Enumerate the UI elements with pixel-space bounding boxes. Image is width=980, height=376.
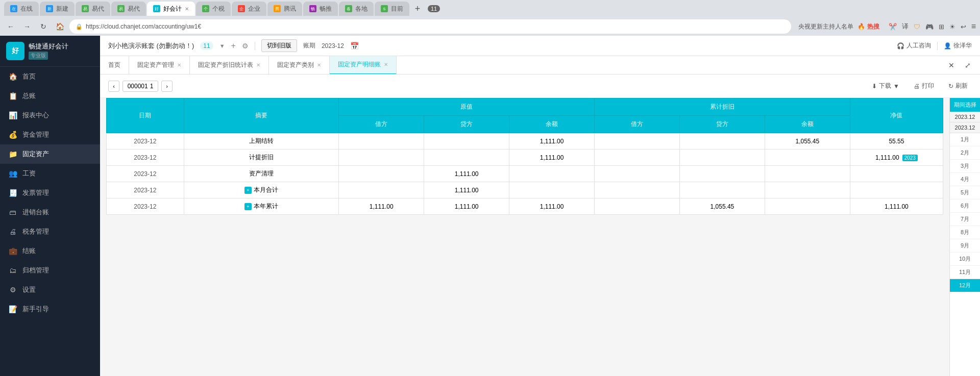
page-tab-close-fixed-cat[interactable]: ✕: [317, 62, 321, 68]
cell-summary[interactable]: 上期结转: [184, 133, 339, 149]
tab-label: 在线: [20, 5, 33, 13]
shield-icon[interactable]: 🛡: [914, 23, 920, 31]
period-month-10月[interactable]: 10月: [950, 253, 980, 266]
home-button[interactable]: 🏠: [53, 20, 66, 33]
page-tab-close-fixed-dep-stat[interactable]: ✕: [256, 62, 260, 68]
download-button[interactable]: ⬇ 下载 ▼: [868, 80, 903, 92]
page-tab-close-fixed-detail[interactable]: ✕: [384, 62, 388, 67]
sidebar-item-archive[interactable]: 🗂 归档管理: [0, 261, 100, 280]
undo-icon[interactable]: ↩: [961, 23, 966, 31]
page-tab-home[interactable]: 首页: [100, 56, 129, 74]
sidebar-label-general-ledger: 总账: [22, 91, 36, 101]
reload-button[interactable]: ↻: [37, 20, 50, 33]
browser-tab-t6[interactable]: 个 个税: [196, 2, 231, 16]
cell-summary[interactable]: +本月合计: [184, 182, 339, 198]
period-month-6月[interactable]: 6月: [950, 199, 980, 213]
back-button[interactable]: ←: [4, 20, 17, 33]
grid-icon[interactable]: ⊞: [939, 23, 944, 31]
translate-icon[interactable]: 译: [902, 22, 909, 31]
page-tab-label-fixed-cat: 固定资产类别: [277, 61, 314, 69]
sidebar-item-invoice[interactable]: 🧾 发票管理: [0, 183, 100, 203]
page-tab-label-fixed-dep-stat: 固定资产折旧统计表: [198, 61, 253, 69]
cell-net-value: 1,111.00: [850, 198, 943, 215]
browser-tab-t10[interactable]: 各 各地: [339, 2, 374, 16]
sidebar-item-reports[interactable]: 📊 报表中心: [0, 106, 100, 125]
page-tab-fixed-cat[interactable]: 固定资产类别 ✕: [269, 56, 330, 74]
ledger-table-wrap: 日期 摘要 原值 累计折旧 净值 借方 贷方 余额 借方: [100, 98, 949, 376]
tab-favicon: 新: [46, 5, 53, 12]
page-tab-fixed-dep-stat[interactable]: 固定资产折旧统计表 ✕: [190, 56, 269, 74]
period-month-9月[interactable]: 9月: [950, 239, 980, 253]
new-tab-button[interactable]: +: [410, 2, 425, 16]
page-number: 000001: [128, 83, 148, 90]
browser-tab-t7[interactable]: 企 企业: [232, 2, 266, 16]
game-icon[interactable]: 🎮: [925, 23, 934, 31]
top-bar-right: 🎧 人工咨询 👤 徐泽华: [897, 41, 972, 50]
sidebar-item-general-ledger[interactable]: 📋 总账: [0, 86, 100, 106]
page-tab-fixed-mgmt[interactable]: 固定资产管理 ✕: [129, 56, 190, 74]
browser-tab-t8[interactable]: 腾 腾讯: [267, 2, 302, 16]
cell-orig-balance: [509, 182, 595, 198]
refresh-button[interactable]: ↻ 刷新: [944, 80, 972, 92]
print-button[interactable]: 🖨 打印: [910, 80, 938, 92]
guide-icon: 📝: [8, 305, 17, 314]
period-month-1月[interactable]: 1月: [950, 133, 980, 146]
purchase-sales-icon: 🗃: [8, 208, 17, 217]
period-month-11月[interactable]: 11月: [950, 266, 980, 279]
cell-acc-credit: [679, 166, 765, 182]
sidebar-item-closing[interactable]: 💼 结账: [0, 241, 100, 261]
browser-tab-t4[interactable]: 易 易代: [111, 2, 146, 16]
dropdown-arrow[interactable]: ▼: [219, 43, 225, 49]
sidebar-item-settings[interactable]: ⚙ 设置: [0, 280, 100, 299]
browser-tab-t3[interactable]: 易 易代: [76, 2, 110, 16]
page-tab-fixed-detail[interactable]: 固定资产明细账 ✕: [330, 56, 397, 74]
period-month-7月[interactable]: 7月: [950, 213, 980, 226]
period-month-3月[interactable]: 3月: [950, 160, 980, 173]
col-accumulated-dep: 累计折旧: [595, 98, 850, 116]
close-panel-button[interactable]: ✕: [945, 59, 958, 71]
browser-tab-t1[interactable]: 在 在线: [4, 2, 39, 16]
sidebar-item-funds[interactable]: 💰 资金管理: [0, 125, 100, 144]
sidebar-item-home[interactable]: 🏠 首页: [0, 67, 100, 86]
browser-tab-t9[interactable]: 畅 畅推: [303, 2, 338, 16]
sidebar-item-guide[interactable]: 📝 新手引导: [0, 299, 100, 319]
menu-icon[interactable]: ≡: [971, 22, 976, 31]
forward-button[interactable]: →: [20, 20, 34, 33]
period-month-2月[interactable]: 2月: [950, 146, 980, 160]
period-month-4月[interactable]: 4月: [950, 173, 980, 186]
ledger-table: 日期 摘要 原值 累计折旧 净值 借方 贷方 余额 借方: [106, 98, 943, 215]
page-tab-close-fixed-mgmt[interactable]: ✕: [177, 62, 181, 68]
next-page-button[interactable]: ›: [161, 81, 173, 92]
sidebar-item-purchase-sales[interactable]: 🗃 进销台账: [0, 203, 100, 222]
brightness-icon[interactable]: ☀: [949, 23, 955, 31]
calendar-icon[interactable]: 📅: [350, 42, 359, 50]
cell-summary[interactable]: 计提折旧: [184, 149, 339, 166]
scissors-icon[interactable]: ✂️: [889, 23, 897, 31]
browser-tab-t2[interactable]: 新 新建: [40, 2, 75, 16]
sidebar-item-fixed-assets[interactable]: 📁 固定资产: [0, 144, 100, 164]
period-month-8月[interactable]: 8月: [950, 226, 980, 239]
cell-orig-credit: 1,111.00: [424, 182, 509, 198]
cell-summary[interactable]: 资产清理: [184, 166, 339, 182]
download-icon: ⬇: [872, 83, 877, 90]
add-account-btn[interactable]: +: [231, 41, 236, 51]
browser-tab-t11[interactable]: S 目前: [375, 2, 409, 16]
address-box[interactable]: 🔒 https://cloud.chanjet.com/accounting/u…: [69, 19, 791, 34]
prev-page-button[interactable]: ‹: [108, 81, 119, 92]
settings-icon-topbar[interactable]: ⚙: [242, 42, 249, 50]
sidebar-item-payroll[interactable]: 👥 工资: [0, 164, 100, 183]
page-nav: ‹ 000001 1 ›: [108, 81, 173, 92]
sidebar-item-tax[interactable]: 🖨 税务管理: [0, 222, 100, 241]
tab-close-icon[interactable]: ✕: [185, 6, 189, 12]
hot-search-badge: 🔥 热搜: [857, 22, 879, 31]
period-month-12月[interactable]: 12月: [950, 279, 980, 292]
service-button[interactable]: 🎧 人工咨询: [897, 41, 931, 50]
tax-icon: 🖨: [8, 227, 17, 236]
browser-tab-t5[interactable]: 好 好会计 ✕: [147, 2, 195, 16]
switch-version-button[interactable]: 切到旧版: [261, 39, 297, 52]
period-month-5月[interactable]: 5月: [950, 186, 980, 199]
cell-date: 2023-12: [107, 149, 184, 166]
user-button[interactable]: 👤 徐泽华: [944, 41, 972, 50]
expand-button[interactable]: ⤢: [962, 59, 974, 71]
cell-summary[interactable]: +本年累计: [184, 198, 339, 215]
